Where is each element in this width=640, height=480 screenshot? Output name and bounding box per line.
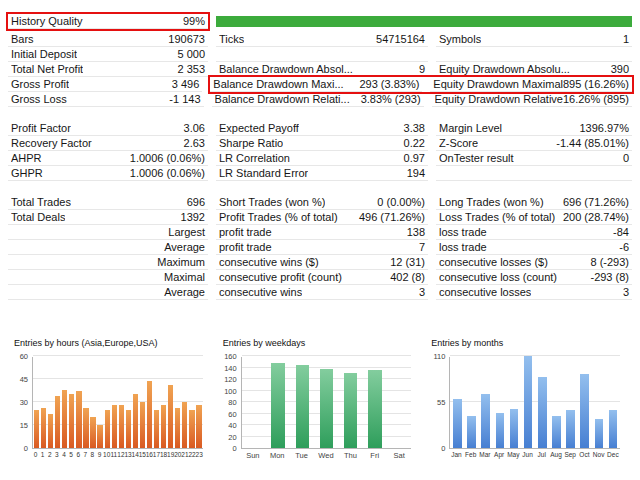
bar-5	[69, 394, 74, 448]
stat-row: Total Trades696Short Trades (won %)0 (0.…	[8, 195, 632, 210]
bar-10	[105, 410, 110, 448]
bar-slot	[40, 408, 47, 448]
plot-column: 01234567891011121314151617181920212223	[32, 357, 203, 458]
bar-slot	[606, 410, 620, 448]
stat-value: 0.22	[404, 137, 425, 149]
chart-body: 0153045600123456789101112131415161718192…	[14, 357, 203, 458]
stat-row-right: consecutive profit (count)402 (8)consecu…	[216, 270, 632, 285]
stat-value: 3	[623, 286, 629, 298]
stat-cell: Maximal	[8, 270, 208, 285]
bar-slot	[535, 377, 549, 448]
stat-cell: Recovery Factor2.63	[8, 136, 208, 151]
stat-label: LR Correlation	[219, 152, 290, 164]
stat-label: Balance Drawdown Relati...	[215, 93, 350, 105]
stat-row: Maximalconsecutive profit (count)402 (8)…	[8, 270, 632, 285]
bar-slot	[314, 369, 338, 448]
stat-value: 0	[623, 152, 629, 164]
stat-value: 1.0006 (0.06%)	[130, 152, 205, 164]
bar-slot	[464, 416, 478, 448]
x-tick-label: Sun	[241, 451, 265, 460]
stat-row: GHPR1.0006 (0.06%)LR Standard Error194	[8, 166, 632, 181]
stat-cell: Gross Loss-1 143	[8, 92, 204, 107]
stat-row: AHPR1.0006 (0.06%)LR Correlation0.97OnTe…	[8, 151, 632, 166]
stat-value: 194	[407, 167, 425, 179]
stat-cell: profit trade138	[216, 225, 428, 240]
x-tick-label: 5	[68, 451, 75, 458]
stat-cell: Z-Score-1.44 (85.01%)	[436, 136, 632, 151]
stat-label: loss trade	[439, 241, 487, 253]
stat-row-right: Sharpe Ratio0.22Z-Score-1.44 (85.01%)	[216, 136, 632, 151]
bar-4	[62, 390, 67, 448]
stat-label: loss trade	[439, 226, 487, 238]
history-quality-value: 99%	[183, 15, 205, 27]
x-tick-label: 23	[196, 451, 203, 458]
stat-row-right: LR Correlation0.97OnTester result0	[216, 151, 632, 166]
stat-row-right: Ticks54715164Symbols1	[216, 32, 632, 47]
stat-label: Recovery Factor	[11, 137, 92, 149]
chart-entries-by-months: Entries by months055110JanFebMarAprMayJu…	[431, 338, 620, 460]
bar-8	[90, 417, 95, 448]
bar-20	[175, 408, 180, 448]
bar-21	[182, 402, 187, 448]
chart-body: 020406080100120140160SunMonTueWedThuFriS…	[223, 357, 412, 460]
bar-May	[510, 409, 518, 448]
chart-entries-by-hours: Entries by hours (Asia,Europe,USA)015304…	[14, 338, 203, 460]
stat-label: Profit Factor	[11, 122, 71, 134]
stat-row-right: Balance Drawdown Relati...3.83% (293)Equ…	[212, 92, 632, 107]
stat-row-right: profit trade138loss trade-84	[216, 225, 632, 240]
stat-row: Gross Loss-1 143Balance Drawdown Relati.…	[8, 92, 632, 107]
bars	[33, 356, 203, 448]
stat-cell: Sharpe Ratio0.22	[216, 136, 428, 151]
stat-label: Gross Profit	[11, 78, 69, 90]
y-tick-label: 80	[228, 398, 236, 407]
stat-value: 54715164	[376, 33, 425, 45]
stat-value: 0 (0.00%)	[377, 196, 425, 208]
stat-label: AHPR	[11, 152, 42, 164]
stat-value: 293 (3.83%)	[359, 78, 419, 90]
x-tick-label: 7	[82, 451, 89, 458]
bar-slot	[139, 402, 146, 448]
stat-cell: LR Standard Error194	[216, 166, 428, 181]
y-tick-label: 0	[233, 444, 237, 453]
stat-row-right: LR Standard Error194	[216, 166, 632, 181]
bar-slot	[507, 409, 521, 448]
plot-column: SunMonTueWedThuFriSat	[241, 357, 412, 460]
stat-value: 496 (71.26%)	[359, 211, 425, 223]
stats-section-2: Total Trades696Short Trades (won %)0 (0.…	[8, 195, 632, 300]
bar-slot	[125, 410, 132, 448]
x-tick-label: Jun	[520, 451, 534, 458]
y-tick-label: 20	[228, 433, 236, 442]
stat-cell: Equity Drawdown Maximal895 (16.26%)	[430, 77, 632, 92]
history-quality-bar-area	[216, 14, 632, 29]
stat-label: consecutive losses	[439, 286, 531, 298]
stat-value: 402 (8)	[390, 271, 425, 283]
x-tick-label: 11	[110, 451, 117, 458]
stat-cell: Total Deals1392	[8, 210, 208, 225]
bar-3	[55, 396, 60, 448]
bar-slot	[118, 405, 125, 448]
bar-9	[97, 425, 102, 448]
stat-label: Total Deals	[11, 211, 65, 223]
stat-label: LR Standard Error	[219, 167, 308, 179]
x-tick-label: 1	[39, 451, 46, 458]
y-tick-label: 100	[224, 387, 237, 396]
stat-label: profit trade	[219, 241, 272, 253]
stat-label: profit trade	[219, 226, 272, 238]
stat-value: 696	[187, 196, 205, 208]
stat-value: 5 000	[177, 48, 205, 60]
stat-row: Largestprofit trade138loss trade-84	[8, 225, 632, 240]
bar-slot	[578, 374, 592, 448]
stat-value: 9	[419, 63, 425, 75]
stat-label: GHPR	[11, 167, 43, 179]
bar-Jan	[453, 399, 461, 448]
stat-label: Expected Payoff	[219, 122, 299, 134]
stat-row: Total Deals1392Profit Trades (% of total…	[8, 210, 632, 225]
x-tick-label: 22	[188, 451, 195, 458]
bar-slot	[146, 381, 153, 448]
bar-slot	[75, 391, 82, 448]
bar-slot	[450, 399, 464, 448]
history-quality-progress-bar	[216, 16, 632, 27]
stat-cell: consecutive losses3	[436, 285, 632, 300]
bar-Nov	[595, 419, 603, 448]
stat-row-right: Balance Drawdown Maxi...293 (3.83%)Equit…	[210, 77, 632, 92]
